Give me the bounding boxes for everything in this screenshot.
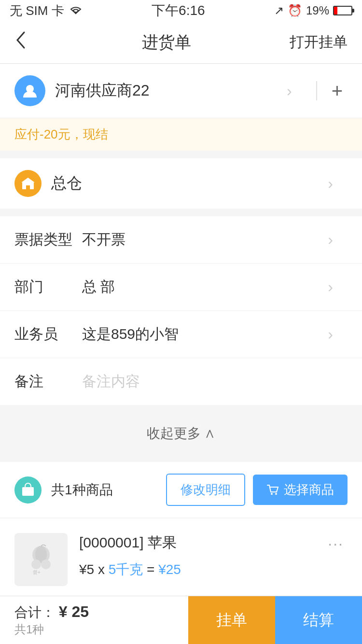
supplier-row[interactable]: 河南供应商22 › +	[0, 64, 362, 118]
page-title: 进货单	[142, 31, 191, 54]
bottom-bar: 合计： ¥ 25 共1种 挂单 结算	[0, 596, 362, 644]
product-info: [0000001] 苹果 ¥5 x 5千克 = ¥25	[79, 533, 324, 579]
edit-detail-button[interactable]: 修改明细	[166, 474, 245, 506]
invoice-label: 票据类型	[14, 230, 72, 250]
salesman-value: 这是859的小智	[72, 324, 328, 344]
wifi-icon	[69, 6, 83, 15]
product-thumbnail: 督+	[14, 533, 68, 586]
product-header: 共1种商品 修改明细 选择商品	[0, 462, 362, 518]
total-amount: ¥ 25	[59, 603, 89, 620]
collapse-button[interactable]: 收起更多 ∧	[0, 413, 362, 454]
total-count: 共1种	[14, 622, 174, 637]
salesman-row[interactable]: 业务员 这是859的小智 ›	[0, 311, 362, 358]
svg-text:督+: 督+	[33, 570, 41, 575]
warehouse-chevron-icon: ›	[328, 175, 333, 193]
salesman-label: 业务员	[14, 324, 72, 344]
total-label: 合计：	[14, 605, 55, 620]
warehouse-row[interactable]: 总仓 ›	[0, 158, 362, 209]
dept-row[interactable]: 部门 总 部 ›	[0, 264, 362, 311]
product-name: [0000001] 苹果	[79, 533, 324, 553]
note-placeholder: 备注内容	[72, 372, 348, 392]
status-right: ↗ ⏰ 19%	[274, 4, 352, 17]
product-thumb-icon: 督+	[24, 543, 58, 576]
product-equals: =	[147, 562, 158, 577]
supplier-section: 河南供应商22 › + 应付-20元，现结	[0, 64, 362, 151]
select-product-label: 选择商品	[284, 481, 334, 498]
svg-point-6	[275, 493, 277, 495]
warehouse-section: 总仓 ›	[0, 158, 362, 209]
svg-point-5	[271, 493, 273, 495]
product-code: [0000001]	[79, 534, 148, 550]
supplier-divider	[316, 81, 317, 100]
location-icon: ↗	[274, 4, 284, 17]
product-price-row: ¥5 x 5千克 = ¥25	[79, 560, 324, 579]
svg-marker-2	[21, 178, 35, 182]
form-section: 票据类型 不开票 › 部门 总 部 › 业务员 这是859的小智 › 备注 备注…	[0, 216, 362, 405]
battery-icon	[333, 6, 352, 15]
dept-label: 部门	[14, 277, 72, 297]
product-icon	[14, 476, 42, 504]
status-time: 下午6:16	[152, 1, 205, 20]
salesman-chevron-icon: ›	[328, 325, 333, 343]
product-unit-price: ¥5 x	[79, 562, 109, 577]
warehouse-name: 总仓	[51, 173, 328, 194]
product-more-button[interactable]: ···	[324, 533, 348, 555]
svg-rect-4	[22, 487, 34, 496]
add-supplier-button[interactable]: +	[327, 80, 348, 102]
status-bar: 无 SIM 卡 下午6:16 ↗ ⏰ 19%	[0, 0, 362, 21]
dept-value: 总 部	[72, 277, 328, 297]
supplier-avatar	[14, 75, 45, 106]
warehouse-icon	[14, 170, 42, 197]
svg-point-9	[31, 560, 41, 569]
alarm-icon: ⏰	[288, 4, 302, 17]
product-title: 苹果	[148, 534, 177, 550]
carrier-label: 无 SIM 卡	[10, 2, 64, 19]
back-button[interactable]	[14, 30, 43, 54]
invoice-chevron-icon: ›	[328, 231, 333, 249]
battery-label: 19%	[306, 4, 329, 17]
svg-point-10	[41, 560, 51, 569]
supplier-name: 河南供应商22	[55, 80, 287, 101]
select-product-button[interactable]: 选择商品	[253, 475, 348, 505]
total-section: 合计： ¥ 25 共1种	[0, 603, 188, 637]
product-count: 共1种商品	[51, 481, 166, 499]
spacer	[0, 454, 362, 462]
nav-bar: 进货单 打开挂单	[0, 21, 362, 64]
notice-bar: 应付-20元，现结	[0, 118, 362, 151]
invoice-value: 不开票	[72, 230, 328, 250]
supplier-chevron-icon: ›	[287, 82, 292, 100]
notice-text: 应付-20元，现结	[14, 127, 108, 141]
total-line: 合计： ¥ 25	[14, 603, 174, 622]
product-total: ¥25	[158, 562, 181, 577]
product-item: 督+ [0000001] 苹果 ¥5 x 5千克 = ¥25 ···	[0, 518, 362, 601]
dept-chevron-icon: ›	[328, 278, 333, 296]
invoice-row[interactable]: 票据类型 不开票 ›	[0, 216, 362, 264]
svg-rect-3	[26, 185, 30, 189]
status-left: 无 SIM 卡	[10, 2, 83, 19]
note-row[interactable]: 备注 备注内容	[0, 358, 362, 405]
checkout-button[interactable]: 结算	[275, 596, 362, 644]
cart-icon	[266, 484, 280, 496]
product-quantity: 5千克	[109, 562, 143, 577]
open-hang-button[interactable]: 打开挂单	[290, 32, 348, 52]
hang-button[interactable]: 挂单	[188, 596, 275, 644]
note-label: 备注	[14, 372, 72, 392]
